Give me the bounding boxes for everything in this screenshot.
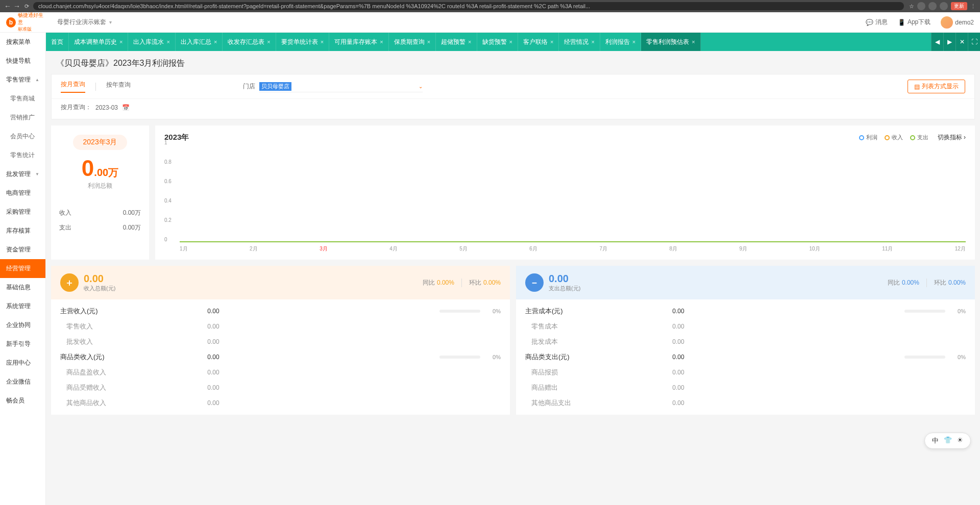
legend-item[interactable]: 支出: [910, 134, 928, 141]
row-value: 0.00: [658, 399, 699, 407]
x-tick[interactable]: 5月: [459, 245, 468, 252]
close-icon[interactable]: ×: [591, 39, 594, 45]
sidebar-item[interactable]: 畅会员: [0, 391, 45, 410]
list-mode-button[interactable]: ▤ 列表方式显示: [908, 80, 965, 93]
row-name: 零售收入: [60, 322, 193, 331]
close-icon[interactable]: ×: [509, 39, 512, 45]
avatar: [941, 16, 953, 29]
close-icon[interactable]: ×: [214, 39, 217, 45]
logo[interactable]: b 畅捷通好生意 标准版: [6, 12, 47, 33]
x-tick[interactable]: 4月: [389, 245, 398, 252]
tab[interactable]: 客户联络×: [518, 33, 559, 51]
filter-tab-yearly[interactable]: 按年查询: [106, 81, 131, 92]
x-tick[interactable]: 7月: [599, 245, 607, 252]
legend-item[interactable]: 利润: [859, 134, 877, 141]
switch-indicator-link[interactable]: 切换指标 ›: [938, 133, 966, 142]
tab[interactable]: 缺货预警×: [477, 33, 518, 51]
tab[interactable]: 利润报告×: [600, 33, 641, 51]
sidebar-item[interactable]: 企业协同: [0, 316, 45, 335]
sidebar-item[interactable]: 批发管理▼: [0, 165, 45, 184]
x-tick[interactable]: 10月: [810, 245, 820, 252]
ime-badge[interactable]: 中 👕 ☀: [924, 433, 971, 449]
sidebar-item[interactable]: 应用中心: [0, 353, 45, 372]
close-icon[interactable]: ×: [427, 39, 430, 45]
row-name: 商品受赠收入: [60, 383, 193, 392]
close-icon[interactable]: ×: [380, 39, 383, 45]
sidebar-item[interactable]: 基础信息: [0, 278, 45, 297]
sidebar-item[interactable]: 会员中心: [0, 127, 45, 146]
tab[interactable]: 经营情况×: [559, 33, 600, 51]
sidebar-item[interactable]: 零售管理▲: [0, 70, 45, 89]
account-selector[interactable]: 母婴行业演示账套 ▾: [57, 18, 112, 27]
close-icon[interactable]: ×: [692, 39, 695, 45]
close-icon[interactable]: ×: [166, 39, 169, 45]
user-menu[interactable]: demo2: [941, 16, 974, 29]
x-tick[interactable]: 1月: [180, 245, 188, 252]
x-tick[interactable]: 6月: [529, 245, 537, 252]
sidebar-item[interactable]: 电商管理: [0, 184, 45, 203]
x-tick[interactable]: 12月: [955, 245, 966, 252]
sidebar-item[interactable]: 资金管理: [0, 240, 45, 259]
x-tick[interactable]: 2月: [250, 245, 258, 252]
star-icon[interactable]: ☆: [909, 3, 914, 10]
income-total: 0.00: [84, 273, 115, 285]
legend-item[interactable]: 收入: [885, 134, 903, 141]
tab[interactable]: 超储预警×: [436, 33, 477, 51]
app-download-link[interactable]: 📱 App下载: [898, 18, 930, 27]
messages-link[interactable]: 💬 消息: [866, 18, 888, 27]
menu-icon[interactable]: ⋮: [970, 3, 976, 10]
tabs-fullscreen[interactable]: ⛶: [968, 33, 980, 51]
close-icon[interactable]: ×: [468, 39, 471, 45]
list-icon: ▤: [914, 83, 920, 90]
close-icon[interactable]: ×: [632, 39, 635, 45]
tabs-prev[interactable]: ◀: [931, 33, 943, 51]
sidebar-item[interactable]: 营销推广: [0, 108, 45, 127]
url-bar[interactable]: cloud.chanjet.com/hsy/u4oor/4daqxn/loie3…: [33, 2, 904, 10]
filter-tab-monthly[interactable]: 按月查询: [61, 80, 85, 93]
tab[interactable]: 保质期查询×: [389, 33, 436, 51]
update-button[interactable]: 更新: [951, 2, 967, 10]
tab[interactable]: 可用量库存账本×: [329, 33, 388, 51]
close-icon[interactable]: ×: [267, 39, 270, 45]
row-name: 其他商品收入: [60, 398, 193, 408]
close-icon[interactable]: ×: [321, 39, 324, 45]
sidebar-item[interactable]: 零售统计: [0, 146, 45, 165]
sidebar-item[interactable]: 采购管理: [0, 203, 45, 221]
sidebar-item[interactable]: 新手引导: [0, 335, 45, 353]
tab[interactable]: 成本调整单历史×: [69, 33, 128, 51]
x-tick[interactable]: 11月: [882, 245, 893, 252]
row-name: 批发收入: [60, 337, 193, 346]
ext-icon-3[interactable]: [940, 2, 948, 10]
sidebar-item[interactable]: 经营管理: [0, 259, 45, 278]
tabs-next[interactable]: ▶: [943, 33, 955, 51]
ext-icon-1[interactable]: [917, 2, 925, 10]
ext-icon-2[interactable]: [928, 2, 937, 10]
tab[interactable]: 出入库汇总×: [176, 33, 223, 51]
calendar-icon[interactable]: 📅: [122, 104, 130, 111]
sidebar-item[interactable]: 企业微信: [0, 372, 45, 391]
reload-icon[interactable]: ⟳: [24, 3, 29, 10]
data-row: 主营收入(元)0.000%: [60, 304, 501, 319]
close-icon[interactable]: ×: [119, 39, 122, 45]
chevron-icon: ▼: [35, 172, 39, 176]
sidebar-item[interactable]: 快捷导航: [0, 52, 45, 70]
tab[interactable]: 出入库流水×: [128, 33, 175, 51]
sidebar-item[interactable]: 零售商城: [0, 89, 45, 108]
sidebar-item[interactable]: 搜索菜单: [0, 33, 45, 52]
sidebar-item[interactable]: 系统管理: [0, 297, 45, 316]
tab[interactable]: 收发存汇总表×: [223, 33, 276, 51]
x-tick[interactable]: 8月: [669, 245, 677, 252]
filter-card: 按月查询 按年查询 门店 贝贝母婴店 ⌄ ▤ 列表方式显示 按月查询： 2023…: [51, 74, 975, 119]
tab[interactable]: 零售利润预估表×: [641, 33, 700, 51]
tab[interactable]: 首页: [46, 33, 69, 51]
back-icon[interactable]: ←: [4, 2, 11, 10]
tab[interactable]: 要货单统计表×: [276, 33, 329, 51]
sidebar-item[interactable]: 库存核算: [0, 221, 45, 240]
sidebar-item-label: 库存核算: [6, 226, 31, 235]
x-tick[interactable]: 3月: [320, 245, 328, 252]
close-icon[interactable]: ×: [550, 39, 553, 45]
forward-icon[interactable]: →: [13, 2, 20, 10]
tabs-close-all[interactable]: ✕: [955, 33, 968, 51]
store-selector[interactable]: 门店 贝贝母婴店 ⌄: [243, 81, 423, 92]
x-tick[interactable]: 9月: [740, 245, 748, 252]
